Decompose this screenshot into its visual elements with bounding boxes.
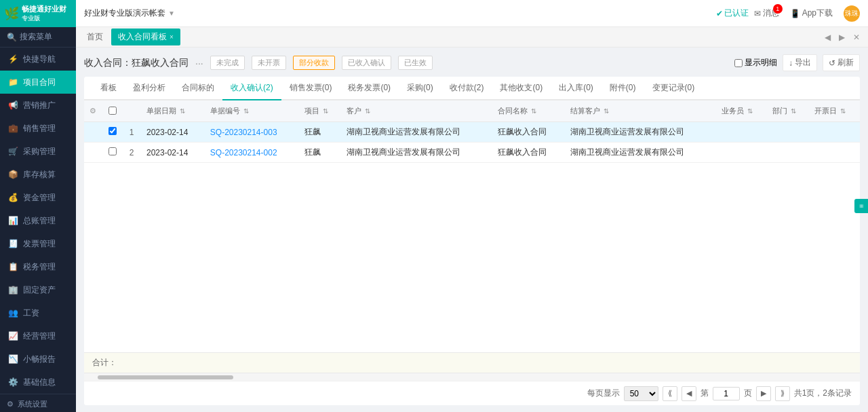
column-settings-icon[interactable]: ⚙ [90, 107, 96, 115]
page-input[interactable] [713, 387, 740, 400]
tab-sales-invoice[interactable]: 销售发票(0) [281, 77, 340, 100]
sidebar-item-marketing[interactable]: 📢 营销推广 [0, 94, 76, 117]
sidebar-item-label: 小畅报告 [23, 354, 56, 365]
sidebar-item-invoice[interactable]: 🧾 发票管理 [0, 232, 76, 255]
th-customer[interactable]: 客户 ⇅ [341, 100, 492, 122]
td-settings [84, 143, 103, 163]
sidebar-item-tax[interactable]: 📋 税务管理 [0, 255, 76, 278]
more-icon[interactable]: ··· [195, 58, 203, 69]
tab-prev-icon[interactable]: ◀ [822, 31, 833, 43]
outbound-label: 出入库 [559, 83, 583, 92]
right-panel[interactable]: ≡ [854, 199, 868, 214]
tab-profit[interactable]: 盈利分析 [125, 77, 174, 100]
tab-other-income[interactable]: 其他收支(0) [492, 77, 551, 100]
row-checkbox[interactable] [108, 147, 117, 155]
th-end-customer[interactable]: 结算客户 ⇅ [565, 100, 716, 122]
sidebar-item-capital[interactable]: 💰 资金管理 [0, 186, 76, 209]
sort-customer-icon[interactable]: ⇅ [365, 107, 370, 115]
th-open-date[interactable]: 开票日 ⇅ [809, 100, 860, 122]
tab-outbound[interactable]: 出入库(0) [551, 77, 601, 100]
scrollbar-thumb[interactable] [98, 375, 233, 379]
sort-contract-icon[interactable]: ⇅ [531, 107, 536, 115]
sidebar-item-inventory[interactable]: 📦 库存核算 [0, 163, 76, 186]
status-uninvoice[interactable]: 未开票 [252, 56, 286, 70]
sidebar-item-fixed-assets[interactable]: 🏢 固定资产 [0, 278, 76, 301]
sidebar-item-label: 资金管理 [23, 192, 56, 204]
page-prev-button[interactable]: ◀ [682, 386, 696, 401]
main-area: 好业财专业版演示帐套 ▼ ✔ 已认证 ✉ 消息 1 📱 App下载 珠珠 [76, 0, 868, 412]
sidebar-item-purchase[interactable]: 🛒 采购管理 [0, 140, 76, 163]
page-first-button[interactable]: ⟪ [663, 386, 677, 401]
record-link[interactable]: SQ-20230214-002 [210, 148, 277, 157]
page-next-button[interactable]: ▶ [756, 386, 771, 401]
tab-contract-standard[interactable]: 合同标的 [174, 77, 222, 100]
page-last-button[interactable]: ⟫ [775, 386, 790, 401]
user-menu[interactable]: 珠珠 [844, 5, 860, 22]
settings-icon: ⚙ [7, 400, 14, 409]
page-label: 第 [701, 388, 709, 399]
status-partial[interactable]: 部分收款 [293, 56, 335, 70]
company-dropdown-icon[interactable]: ▼ [168, 10, 175, 17]
sort-number-icon[interactable]: ⇅ [243, 107, 249, 115]
tab-income-confirm[interactable]: 收入确认(2) [222, 77, 281, 100]
sort-salesperson-icon[interactable]: ⇅ [747, 107, 753, 115]
th-project[interactable]: 项目 ⇅ [299, 100, 341, 122]
sidebar-item-quick-nav[interactable]: ⚡ 快捷导航 [0, 48, 76, 71]
purchase-icon: 🛒 [7, 145, 19, 157]
search-icon: 🔍 [7, 33, 17, 42]
show-detail-checkbox[interactable]: 显示明细 [734, 57, 777, 69]
tab-tax-invoice[interactable]: 税务发票(0) [340, 77, 399, 100]
refresh-button[interactable]: ↺ 刷新 [823, 54, 860, 71]
th-dept[interactable]: 部门 ⇅ [767, 100, 809, 122]
sort-date-icon[interactable]: ⇅ [180, 107, 185, 115]
tab-next-icon[interactable]: ▶ [836, 31, 848, 43]
sidebar-search[interactable]: 🔍 搜索菜单 [0, 27, 76, 48]
per-page-select[interactable]: 50 10 20 100 [624, 386, 658, 401]
tab-attachment[interactable]: 附件(0) [601, 77, 644, 100]
sidebar-item-general[interactable]: 📊 总账管理 [0, 209, 76, 232]
select-all-checkbox[interactable] [108, 107, 117, 115]
th-date[interactable]: 单据日期 ⇅ [141, 100, 205, 122]
sort-dept-icon[interactable]: ⇅ [791, 107, 796, 115]
tab-income-contract[interactable]: 收入合同看板 × [111, 29, 180, 45]
tab-change-log[interactable]: 变更记录(0) [644, 77, 703, 100]
sidebar-item-project[interactable]: 📁 项目合同 [0, 71, 76, 94]
avatar: 珠珠 [844, 5, 860, 22]
status-unfinish[interactable]: 未完成 [210, 56, 245, 70]
horizontal-scrollbar[interactable] [84, 373, 860, 381]
record-link[interactable]: SQ-20230214-003 [210, 128, 277, 137]
tab-kanban[interactable]: 看板 [92, 77, 125, 100]
sort-project-icon[interactable]: ⇅ [323, 107, 328, 115]
app-download-button[interactable]: 📱 App下载 [790, 7, 833, 19]
summary-row: 合计： [84, 352, 860, 373]
verified-text: 已认证 [724, 7, 749, 19]
detail-checkbox-input[interactable] [734, 59, 743, 67]
th-number[interactable]: 单据编号 ⇅ [205, 100, 299, 122]
tab-close-icon[interactable]: × [170, 33, 174, 41]
sidebar-item-hr[interactable]: 👥 工资 [0, 301, 76, 324]
status-effective[interactable]: 已生效 [398, 56, 433, 70]
message-button[interactable]: ✉ 消息 1 [754, 7, 779, 19]
sales-icon: 💼 [7, 122, 19, 134]
table-row[interactable]: 1 2023-02-14 SQ-20230214-003 狂飙 湖南卫视商业运营… [84, 122, 860, 143]
sidebar-bottom-settings[interactable]: ⚙ 系统设置 [0, 394, 76, 412]
sidebar-item-sales[interactable]: 💼 销售管理 [0, 117, 76, 140]
status-confirmed[interactable]: 已收入确认 [342, 56, 391, 70]
sort-open-date-icon[interactable]: ⇅ [840, 107, 846, 115]
tab-purchase[interactable]: 采购(0) [399, 77, 441, 100]
sidebar-item-biz[interactable]: 📈 经营管理 [0, 324, 76, 348]
data-table-area[interactable]: ⚙ 单据日期 ⇅ 单据编号 [84, 100, 860, 352]
sort-end-customer-icon[interactable]: ⇅ [604, 107, 609, 115]
row-checkbox[interactable] [108, 127, 117, 135]
td-contract-name: 狂飙收入合同 [492, 143, 565, 163]
sidebar-item-basic[interactable]: ⚙️ 基础信息 [0, 371, 76, 394]
check-icon: ✔ [716, 9, 723, 18]
sidebar-item-report[interactable]: 📉 小畅报告 [0, 348, 76, 371]
tab-payment[interactable]: 收付款(2) [441, 77, 492, 100]
export-button[interactable]: ↓ 导出 [783, 54, 817, 71]
th-contract-name[interactable]: 合同名称 ⇅ [492, 100, 565, 122]
th-salesperson[interactable]: 业务员 ⇅ [716, 100, 767, 122]
tab-home[interactable]: 首页 [81, 29, 108, 45]
table-row[interactable]: 2 2023-02-14 SQ-20230214-002 狂飙 湖南卫视商业运营… [84, 143, 860, 163]
tab-close-all-icon[interactable]: ✕ [850, 31, 863, 43]
